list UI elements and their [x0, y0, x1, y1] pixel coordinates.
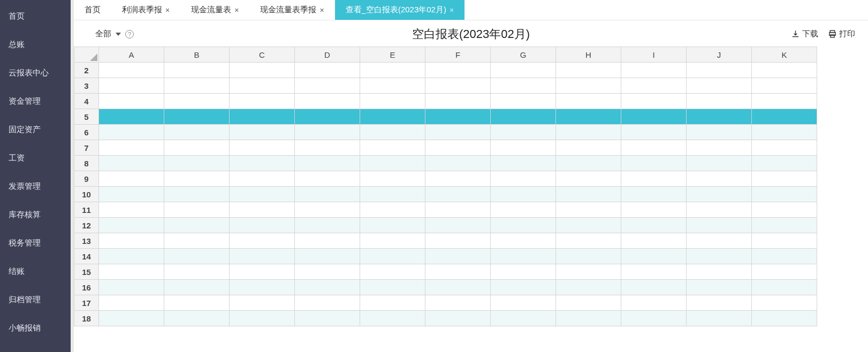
- cell-H17[interactable]: [556, 295, 621, 311]
- cell-J5[interactable]: [687, 109, 752, 125]
- cell-D13[interactable]: [295, 233, 360, 249]
- row-header-5[interactable]: 5: [74, 109, 99, 125]
- cell-F17[interactable]: [425, 295, 491, 311]
- cell-J7[interactable]: [687, 140, 752, 156]
- cell-A6[interactable]: [99, 125, 164, 140]
- cell-B4[interactable]: [164, 94, 230, 109]
- cell-G12[interactable]: [491, 218, 556, 233]
- row-header-6[interactable]: 6: [74, 125, 99, 140]
- row-header-9[interactable]: 9: [74, 171, 99, 187]
- cell-C14[interactable]: [230, 249, 295, 264]
- cell-J16[interactable]: [687, 280, 752, 295]
- cell-A12[interactable]: [99, 218, 164, 233]
- cell-F18[interactable]: [425, 311, 491, 326]
- cell-E2[interactable]: [360, 63, 425, 78]
- cell-K12[interactable]: [752, 218, 817, 233]
- cell-A17[interactable]: [99, 295, 164, 311]
- print-button[interactable]: 打印: [828, 29, 855, 39]
- cell-H5[interactable]: [556, 109, 621, 125]
- sidebar-item-4[interactable]: 固定资产: [0, 116, 71, 144]
- cell-D14[interactable]: [295, 249, 360, 264]
- cell-I10[interactable]: [621, 187, 687, 202]
- cell-F9[interactable]: [425, 171, 491, 187]
- cell-K17[interactable]: [752, 295, 817, 311]
- cell-I12[interactable]: [621, 218, 687, 233]
- cell-K11[interactable]: [752, 202, 817, 218]
- cell-C5[interactable]: [230, 109, 295, 125]
- cell-I18[interactable]: [621, 311, 687, 326]
- close-icon[interactable]: ×: [450, 6, 454, 14]
- cell-K7[interactable]: [752, 140, 817, 156]
- cell-J13[interactable]: [687, 233, 752, 249]
- cell-I6[interactable]: [621, 125, 687, 140]
- cell-H4[interactable]: [556, 94, 621, 109]
- cell-F11[interactable]: [425, 202, 491, 218]
- cell-B6[interactable]: [164, 125, 230, 140]
- cell-J14[interactable]: [687, 249, 752, 264]
- sidebar-item-9[interactable]: 结账: [0, 257, 71, 286]
- row-header-12[interactable]: 12: [74, 218, 99, 233]
- cell-A4[interactable]: [99, 94, 164, 109]
- cell-G11[interactable]: [491, 202, 556, 218]
- cell-D12[interactable]: [295, 218, 360, 233]
- cell-G3[interactable]: [491, 78, 556, 94]
- cell-E12[interactable]: [360, 218, 425, 233]
- cell-J15[interactable]: [687, 264, 752, 280]
- cell-C18[interactable]: [230, 311, 295, 326]
- cell-C2[interactable]: [230, 63, 295, 78]
- cell-C9[interactable]: [230, 171, 295, 187]
- cell-F8[interactable]: [425, 156, 491, 171]
- cell-K10[interactable]: [752, 187, 817, 202]
- sidebar-item-3[interactable]: 资金管理: [0, 87, 71, 116]
- sidebar-item-10[interactable]: 归档管理: [0, 286, 71, 314]
- cell-H9[interactable]: [556, 171, 621, 187]
- cell-A13[interactable]: [99, 233, 164, 249]
- cell-D6[interactable]: [295, 125, 360, 140]
- cell-G13[interactable]: [491, 233, 556, 249]
- cell-K2[interactable]: [752, 63, 817, 78]
- cell-E15[interactable]: [360, 264, 425, 280]
- spreadsheet-container[interactable]: ABCDEFGHIJK23456789101112131415161718: [74, 47, 868, 352]
- sidebar-item-6[interactable]: 发票管理: [0, 172, 71, 201]
- row-header-11[interactable]: 11: [74, 202, 99, 218]
- download-button[interactable]: 下载: [791, 29, 818, 39]
- column-header-G[interactable]: G: [491, 47, 556, 63]
- cell-B15[interactable]: [164, 264, 230, 280]
- cell-D15[interactable]: [295, 264, 360, 280]
- cell-A14[interactable]: [99, 249, 164, 264]
- sidebar-item-1[interactable]: 总账: [0, 30, 71, 59]
- row-header-18[interactable]: 18: [74, 311, 99, 326]
- cell-H15[interactable]: [556, 264, 621, 280]
- cell-H16[interactable]: [556, 280, 621, 295]
- cell-B13[interactable]: [164, 233, 230, 249]
- cell-J2[interactable]: [687, 63, 752, 78]
- row-header-8[interactable]: 8: [74, 156, 99, 171]
- cell-I5[interactable]: [621, 109, 687, 125]
- column-header-I[interactable]: I: [621, 47, 687, 63]
- close-icon[interactable]: ×: [234, 6, 239, 14]
- cell-A9[interactable]: [99, 171, 164, 187]
- cell-H10[interactable]: [556, 187, 621, 202]
- cell-D17[interactable]: [295, 295, 360, 311]
- row-header-3[interactable]: 3: [74, 78, 99, 94]
- cell-F3[interactable]: [425, 78, 491, 94]
- cell-K4[interactable]: [752, 94, 817, 109]
- cell-A16[interactable]: [99, 280, 164, 295]
- cell-G14[interactable]: [491, 249, 556, 264]
- cell-A7[interactable]: [99, 140, 164, 156]
- row-header-7[interactable]: 7: [74, 140, 99, 156]
- cell-D18[interactable]: [295, 311, 360, 326]
- sidebar-item-8[interactable]: 税务管理: [0, 229, 71, 257]
- cell-C17[interactable]: [230, 295, 295, 311]
- tab-3[interactable]: 现金流量表季报×: [249, 0, 334, 20]
- cell-K14[interactable]: [752, 249, 817, 264]
- cell-E10[interactable]: [360, 187, 425, 202]
- cell-I4[interactable]: [621, 94, 687, 109]
- cell-D7[interactable]: [295, 140, 360, 156]
- filter-dropdown[interactable]: 全部 ?: [95, 29, 134, 39]
- cell-E5[interactable]: [360, 109, 425, 125]
- cell-B18[interactable]: [164, 311, 230, 326]
- cell-G4[interactable]: [491, 94, 556, 109]
- cell-B8[interactable]: [164, 156, 230, 171]
- tab-2[interactable]: 现金流量表×: [180, 0, 249, 20]
